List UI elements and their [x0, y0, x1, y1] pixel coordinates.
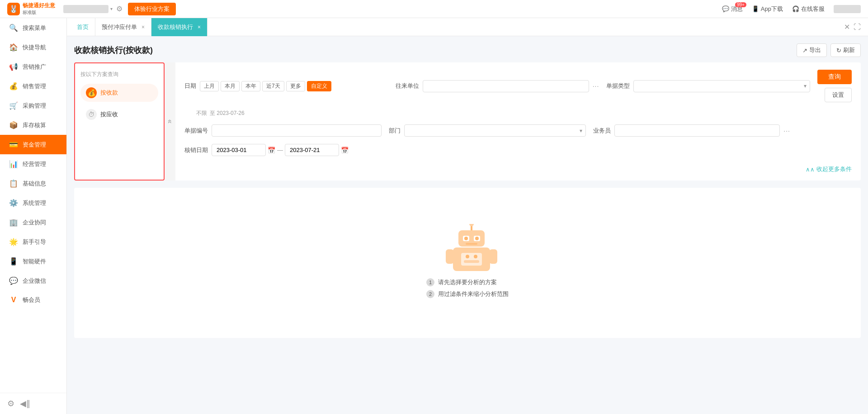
sidebar-item-ops[interactable]: 📊 经营管理 — [0, 154, 66, 174]
verify-end-cal-icon[interactable]: 📅 — [341, 147, 349, 154]
date-this-year[interactable]: 本年 — [241, 81, 260, 91]
sidebar-item-finance[interactable]: 💳 资金管理 — [0, 135, 66, 154]
doc-no-input[interactable] — [212, 124, 382, 137]
partner-input[interactable] — [423, 80, 589, 92]
message-badge: 99+ — [735, 2, 746, 7]
refresh-button[interactable]: ↻ 刷新 — [830, 43, 861, 57]
verify-date-field: 核销日期 📅 — 📅 — [184, 144, 852, 156]
empty-hints-list: 1 请先选择要分析的方案 2 用过滤条件来缩小分析范围 — [426, 278, 509, 302]
date-no-limit-row: 不限 至 2023-07-26 — [196, 109, 852, 117]
sales-icon: 💰 — [9, 82, 18, 90]
filter-left-panel: 按以下方案查询 💰 按收款 ⏱ 按应收 — [74, 62, 165, 181]
filter-option-by-receipt[interactable]: 💰 按收款 — [80, 84, 158, 102]
tab-prepay-close[interactable]: × — [142, 24, 145, 30]
date-no-limit-label: 不限 — [196, 109, 207, 117]
date-more[interactable]: 更多 — [286, 81, 305, 91]
filter-option-by-receivable[interactable]: ⏱ 按应收 — [80, 105, 158, 124]
filter-action-col: 查询 设置 — [817, 70, 852, 102]
sidebar-item-marketing[interactable]: 📢 营销推广 — [0, 57, 66, 76]
doc-type-field: 单据类型 ▾ — [606, 80, 810, 92]
tab-receipt-verify-close[interactable]: × — [198, 24, 201, 30]
verify-date-separator: — — [277, 147, 283, 153]
sidebar-item-inventory[interactable]: 📦 库存核算 — [0, 115, 66, 135]
filter-container: 按以下方案查询 💰 按收款 ⏱ 按应收 « 日期 — [74, 62, 861, 181]
message-button[interactable]: 💬 消息 99+ — [722, 5, 743, 13]
filter-collapse-button[interactable]: « — [165, 62, 175, 181]
page-title-actions: ↗ 导出 ↻ 刷新 — [797, 43, 861, 57]
sidebar-item-sales[interactable]: 💰 销售管理 — [0, 76, 66, 96]
empty-state: 1 请先选择要分析的方案 2 用过滤条件来缩小分析范围 — [74, 188, 861, 338]
verify-date-group: 📅 — 📅 — [212, 144, 349, 156]
verify-date-end-input[interactable] — [285, 144, 339, 156]
date-custom[interactable]: 自定义 — [307, 81, 331, 91]
staff-label: 业务员 — [593, 127, 611, 135]
marketing-icon: 📢 — [9, 62, 18, 71]
doc-no-field: 单据编号 — [184, 124, 382, 137]
expand-tabs-icon[interactable]: ⛶ — [854, 23, 861, 31]
close-all-tabs-icon[interactable]: ✕ — [844, 23, 850, 31]
partner-more-icon[interactable]: ··· — [593, 82, 599, 90]
sidebar-item-guide[interactable]: 🌟 新手引导 — [0, 232, 66, 252]
tab-bar: 首页 预付冲应付单 × 收款核销执行 × ✕ ⛶ — [67, 18, 868, 36]
sidebar-item-wechat[interactable]: 💬 企业微信 — [0, 271, 66, 290]
doc-type-select-wrapper: ▾ — [633, 80, 810, 92]
sidebar-item-member[interactable]: V 畅会员 — [0, 290, 66, 309]
tab-bar-right: ✕ ⛶ — [844, 23, 864, 31]
doc-no-label: 单据编号 — [184, 127, 208, 135]
tab-receipt-verify[interactable]: 收款核销执行 × — [151, 18, 208, 36]
verify-date-start-input[interactable] — [212, 144, 266, 156]
partner-label: 往来单位 — [396, 82, 419, 90]
svg-point-10 — [466, 255, 469, 258]
app-version: 标准版 — [23, 10, 55, 16]
date-7days[interactable]: 近7天 — [262, 81, 284, 91]
sidebar-item-corp[interactable]: 🏢 企业协同 — [0, 213, 66, 232]
export-icon: ↗ — [802, 47, 807, 54]
page-content: 收款核销执行(按收款) ↗ 导出 ↻ 刷新 按以下方案查询 💰 按收款 — [67, 36, 868, 414]
app-download-button[interactable]: 📱 App下载 — [752, 5, 783, 13]
header-chevron-icon[interactable]: ▾ — [110, 6, 113, 11]
user-avatar[interactable] — [834, 5, 861, 13]
logo-icon: 🐰 — [7, 3, 20, 15]
query-button[interactable]: 查询 — [817, 70, 852, 84]
brand-text: 畅捷通好生意 标准版 — [23, 2, 55, 16]
staff-more-icon[interactable]: ··· — [783, 127, 790, 134]
export-button[interactable]: ↗ 导出 — [797, 43, 827, 57]
sidebar-item-hardware[interactable]: 📱 智能硬件 — [0, 252, 66, 271]
sidebar-item-system[interactable]: ⚙️ 系统管理 — [0, 193, 66, 213]
collapse-sidebar-icon[interactable]: ◀‖ — [20, 399, 30, 409]
date-this-month[interactable]: 本月 — [221, 81, 240, 91]
sidebar-item-basic[interactable]: 📋 基础信息 — [0, 174, 66, 193]
staff-input[interactable] — [614, 124, 780, 137]
collapse-more-row: ∧∧ 收起更多条件 — [184, 163, 852, 173]
online-service-button[interactable]: 🎧 在线客服 — [792, 5, 825, 13]
svg-rect-14 — [489, 249, 497, 264]
settings-bottom-icon[interactable]: ⚙ — [7, 399, 14, 409]
doc-type-select[interactable] — [633, 80, 810, 92]
tab-prepay[interactable]: 预付冲应付单 × — [95, 18, 151, 36]
date-label: 日期 — [184, 82, 196, 90]
partner-field: 往来单位 ··· — [396, 80, 599, 92]
verify-date-label: 核销日期 — [184, 146, 208, 154]
sidebar-item-search-menu[interactable]: 🔍 搜索菜单 — [0, 18, 66, 38]
solution-button[interactable]: 体验行业方案 — [128, 3, 176, 15]
verify-start-cal-icon[interactable]: 📅 — [268, 147, 275, 154]
svg-rect-9 — [461, 253, 482, 266]
receipt-option-icon: 💰 — [86, 87, 97, 98]
staff-field: 业务员 ··· — [593, 124, 790, 137]
home-icon: 🏠 — [9, 43, 18, 52]
date-field: 日期 上月 本月 本年 近7天 更多 自定义 — [184, 81, 388, 91]
collapse-more-button[interactable]: ∧∧ 收起更多条件 — [806, 165, 852, 173]
sidebar-item-purchase[interactable]: 🛒 采购管理 — [0, 96, 66, 115]
main-area: 首页 预付冲应付单 × 收款核销执行 × ✕ ⛶ 收款核销执行(按收款) ↗ 导… — [67, 18, 868, 414]
date-last-month[interactable]: 上月 — [200, 81, 219, 91]
settings-icon[interactable]: ⚙ — [116, 5, 123, 13]
dept-select[interactable] — [404, 124, 586, 137]
svg-rect-7 — [466, 243, 477, 245]
tab-home[interactable]: 首页 — [71, 18, 95, 36]
guide-icon: 🌟 — [9, 238, 18, 246]
filter-left-title: 按以下方案查询 — [80, 71, 158, 78]
sidebar-item-quick-nav[interactable]: 🏠 快捷导航 — [0, 38, 66, 57]
message-icon: 💬 — [722, 5, 729, 12]
page-title-bar: 收款核销执行(按收款) ↗ 导出 ↻ 刷新 — [74, 43, 861, 57]
settings-button[interactable]: 设置 — [825, 88, 852, 102]
